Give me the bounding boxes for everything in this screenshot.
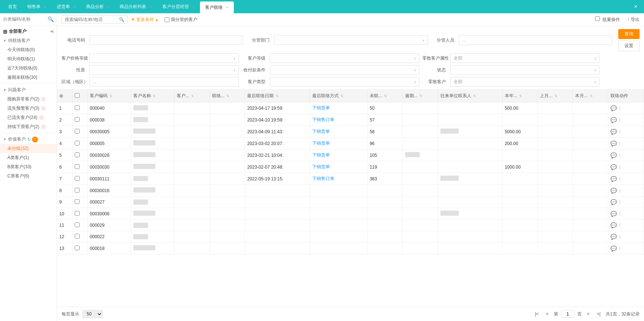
th-not-contacted[interactable]: 未联... ⇅ (367, 90, 402, 102)
last-page-btn[interactable]: >| (595, 311, 603, 317)
filter-input-status[interactable]: ∨ (450, 65, 600, 75)
more-filter-btn[interactable]: ▼ 更多条件 ▲ (131, 17, 159, 23)
more-icon-3[interactable]: ⁝ (619, 141, 620, 147)
next-page-btn[interactable]: > (585, 311, 592, 317)
cell-contact-type-11[interactable] (310, 231, 367, 243)
sidebar-item-week-pending[interactable]: 近7天待联络(0) (0, 64, 57, 73)
collapse-icon[interactable]: ≪ (50, 29, 54, 33)
sidebar-search-icon[interactable]: 🔍 (47, 16, 54, 22)
filter-input-region[interactable]: ... (89, 77, 239, 87)
th-code[interactable]: 客户编码 ⇅ (87, 90, 131, 102)
nav-purchase[interactable]: 进货单 × (52, 0, 81, 13)
sidebar-item-class-c[interactable]: C类客户(6) (0, 172, 57, 181)
more-icon-5[interactable]: ⁝ (619, 164, 620, 170)
th-overdue[interactable]: 逾期... ⇅ (402, 90, 438, 102)
row-checkbox-10[interactable] (75, 222, 80, 227)
sidebar-problem-group[interactable]: ▼ 问题客户 (0, 85, 57, 95)
cell-checkbox-0[interactable] (72, 102, 87, 114)
row-checkbox-6[interactable] (75, 176, 80, 181)
filter-input-retail-attr[interactable]: 全部 ∨ (450, 53, 600, 63)
more-icon-6[interactable]: ⁝ (619, 176, 620, 182)
filter-input-dept[interactable]: ∨ (274, 35, 427, 45)
chat-icon-4[interactable]: 💬 (610, 152, 617, 158)
row-checkbox-3[interactable] (75, 141, 80, 145)
nav-goods-analysis-list[interactable]: 商品分析列表 × (115, 0, 157, 13)
filter-input-manager[interactable]: ... (459, 35, 612, 45)
cell-contact-type-7[interactable] (310, 185, 367, 197)
cell-checkbox-6[interactable] (72, 173, 87, 185)
sidebar-all-customers[interactable]: ⊞ 全部客户 ≪ (0, 25, 57, 36)
page-input[interactable] (561, 310, 574, 318)
cell-contact-type-4[interactable]: 下销货单 (310, 149, 367, 161)
row-checkbox-2[interactable] (75, 129, 80, 134)
search-box[interactable]: 🔍 (61, 15, 128, 24)
sidebar-item-class-a[interactable]: A类客户(1) (0, 153, 57, 162)
cell-contact-type-6[interactable]: 下销售订单 (310, 173, 367, 185)
nav-home[interactable]: 首页 (3, 0, 22, 13)
sidebar-item-churned[interactable]: 已流失客户(24) ⓘ (0, 113, 57, 122)
row-checkbox-7[interactable] (75, 188, 80, 193)
settings-icon[interactable]: ⚙ (59, 94, 63, 99)
cell-contact-type-3[interactable]: 下销货单 (310, 138, 367, 149)
window-close-btn[interactable]: × (630, 3, 641, 10)
filter-input-customer-type[interactable]: ∨ (270, 77, 419, 87)
chat-icon-11[interactable]: 💬 (610, 234, 617, 240)
more-icon-12[interactable]: ⁝ (619, 246, 620, 251)
cell-contact-type-12[interactable] (310, 243, 367, 254)
more-icon-2[interactable]: ⁝ (619, 129, 620, 135)
row-checkbox-1[interactable] (75, 117, 80, 122)
cell-checkbox-8[interactable] (72, 197, 87, 208)
contact-type-link-2[interactable]: 下销货单 (312, 129, 330, 134)
nav-goods-analysis[interactable]: 商品分析 × (81, 0, 115, 13)
row-checkbox-5[interactable] (75, 164, 80, 169)
my-customer-checkbox[interactable] (165, 17, 169, 22)
sidebar-item-unassigned[interactable]: 未分组(32) (0, 144, 57, 153)
th-contact-person[interactable]: 往来单位联系人 ⇅ (438, 90, 502, 102)
row-checkbox-0[interactable] (75, 105, 80, 110)
export-btn[interactable]: ↑ 导出 (627, 17, 640, 23)
cell-contact-type-1[interactable]: 下销售订单 (310, 114, 367, 126)
sidebar-item-hoarding[interactable]: 囤购异常客户(2) ⓘ (0, 95, 57, 104)
more-icon-7[interactable]: ⁝ (619, 188, 620, 194)
chat-icon-12[interactable]: 💬 (610, 246, 617, 251)
chat-icon-9[interactable]: 💬 (610, 211, 617, 217)
chat-icon-7[interactable]: 💬 (610, 188, 617, 194)
filter-input-nature[interactable]: ∨ (89, 65, 239, 75)
my-customer-checkbox-container[interactable]: 我分管的客户 (165, 17, 197, 23)
close-customer-segment-icon[interactable]: × (192, 4, 194, 9)
chat-icon-6[interactable]: 💬 (610, 176, 617, 182)
sidebar-item-churn-warning[interactable]: 流失预警客户(3) ⓘ (0, 104, 57, 113)
filter-input-customer-grade[interactable]: ∨ (270, 53, 419, 63)
more-icon-1[interactable]: ⁝ (619, 117, 620, 123)
filter-input-price-grade[interactable]: ∨ (89, 53, 239, 63)
chat-icon-5[interactable]: 💬 (610, 164, 617, 170)
search-icon[interactable]: 🔍 (119, 17, 124, 22)
cell-checkbox-2[interactable] (72, 126, 87, 138)
th-type[interactable]: 客户... ⇅ (174, 90, 210, 102)
contact-type-link-6[interactable]: 下销售订单 (312, 176, 334, 181)
cell-checkbox-1[interactable] (72, 114, 87, 126)
more-icon-0[interactable]: ⁝ (619, 105, 620, 111)
sidebar-item-overdue[interactable]: 逾期未联络(30) (0, 73, 57, 82)
row-checkbox-11[interactable] (75, 234, 80, 239)
batch-ops-btn[interactable]: 批量操作 (595, 16, 620, 23)
query-button[interactable]: 查询 (618, 29, 640, 39)
sidebar-search-input[interactable] (3, 17, 47, 22)
chat-icon-10[interactable]: 💬 (610, 222, 617, 228)
chat-icon-8[interactable]: 💬 (610, 199, 617, 205)
contact-type-link-5[interactable]: 下销货单 (312, 164, 330, 169)
chat-icon-2[interactable]: 💬 (610, 129, 617, 135)
filter-input-payment[interactable]: ∨ (270, 65, 419, 75)
contact-type-link-4[interactable]: 下销货单 (312, 152, 330, 158)
th-name[interactable]: 客户名称 ⇅ (131, 90, 174, 102)
th-contact[interactable]: 联络... ⇅ (210, 90, 245, 102)
th-checkbox[interactable] (72, 90, 87, 102)
more-icon-10[interactable]: ⁝ (619, 222, 620, 228)
cell-checkbox-3[interactable] (72, 138, 87, 149)
th-settings[interactable]: ⚙ (57, 90, 72, 102)
first-page-btn[interactable]: |< (533, 311, 541, 317)
more-icon-9[interactable]: ⁝ (619, 211, 620, 217)
cell-contact-type-2[interactable]: 下销货单 (310, 126, 367, 138)
contact-type-link-1[interactable]: 下销售订单 (312, 117, 334, 122)
cell-checkbox-9[interactable] (72, 208, 87, 220)
